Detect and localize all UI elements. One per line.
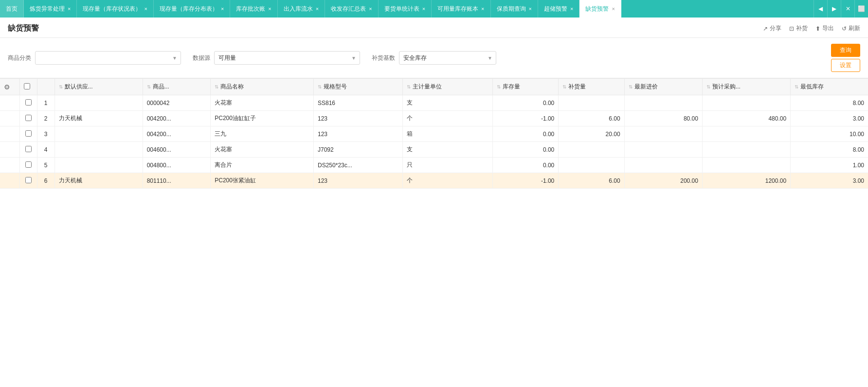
row-latest-price-2: [624, 126, 702, 142]
tab-expiry-query[interactable]: 保质期查询 ×: [491, 0, 538, 18]
row-checkbox-3[interactable]: [19, 142, 37, 158]
th-spec[interactable]: ⇅规格型号: [314, 79, 403, 95]
row-supplier-1: 力天机械: [54, 111, 143, 126]
tab-prev-btn[interactable]: ◀: [814, 0, 827, 18]
row-check-1[interactable]: [25, 115, 32, 121]
gear-icon[interactable]: ⚙: [4, 83, 10, 91]
tab-demand-stat[interactable]: 要货单统计表 ×: [379, 0, 432, 18]
tab-overstock-warn-label: 超储预警: [544, 5, 567, 13]
th-unit[interactable]: ⇅主计量单位: [402, 79, 492, 95]
export-btn[interactable]: ⬆ 导出: [815, 24, 834, 33]
tab-overstock-warn[interactable]: 超储预警 ×: [538, 0, 579, 18]
th-default-supplier[interactable]: ⇅默认供应...: [54, 79, 143, 95]
setting-button[interactable]: 设置: [831, 59, 860, 72]
row-check-2[interactable]: [25, 130, 32, 137]
tab-bar: 首页 炼货异常处理 × 现存量（库存状况表） × 现存量（库存分布表） × 库存…: [0, 0, 868, 18]
tab-batch-close[interactable]: ×: [268, 6, 271, 12]
sort-min-stock-icon: ⇅: [795, 84, 798, 89]
tab-expiry-query-close[interactable]: ×: [529, 6, 532, 12]
row-spec-5: 123: [314, 173, 403, 189]
tab-demand-stat-close[interactable]: ×: [422, 6, 425, 12]
header-actions: ↗ 分享 ⊡ 补货 ⬆ 导出 ↺ 刷新: [763, 24, 860, 33]
refresh-icon: ↺: [842, 25, 847, 32]
row-check-3[interactable]: [25, 146, 32, 152]
tab-stock-status[interactable]: 现存量（库存状况表） ×: [77, 0, 153, 18]
row-gear-1: [0, 111, 19, 126]
th-checkbox[interactable]: [19, 79, 37, 95]
row-check-5[interactable]: [25, 177, 32, 183]
query-button[interactable]: 查询: [831, 44, 860, 57]
filter-bar: 商品分类 ▼ 数据源 可用量 ▼ 补货基数 安全库存: [0, 38, 868, 78]
tab-recv-summary[interactable]: 收发存汇总表 ×: [325, 0, 378, 18]
tab-home-label: 首页: [6, 5, 18, 13]
tab-inout-flow-close[interactable]: ×: [316, 6, 319, 12]
tab-recv-summary-label: 收发存汇总表: [331, 5, 366, 13]
select-all-checkbox[interactable]: [24, 83, 30, 89]
tab-available-ledger[interactable]: 可用量库存账本 ×: [432, 0, 490, 18]
th-min-stock[interactable]: ⇅最低库存: [791, 79, 868, 95]
row-stock-1: -1.00: [492, 111, 558, 126]
row-est-purchase-2: [702, 126, 790, 142]
row-stock-0: 0.00: [492, 95, 558, 111]
row-replenish-qty-5: 6.00: [559, 173, 624, 189]
th-product-code[interactable]: ⇅商品...: [143, 79, 211, 95]
tab-nav-btns: ◀ ▶ ✕ ⬜: [814, 0, 868, 18]
sort-latest-price-icon: ⇅: [629, 84, 633, 89]
tab-inout-flow[interactable]: 出入库流水 ×: [278, 0, 325, 18]
row-min-stock-3: 8.00: [791, 142, 868, 158]
row-min-stock-4: 1.00: [791, 158, 868, 173]
th-est-purchase[interactable]: ⇅预计采购...: [702, 79, 790, 95]
th-latest-price[interactable]: ⇅最新进价: [624, 79, 702, 95]
row-latest-price-1: 80.00: [624, 111, 702, 126]
page-header: 缺货预警 ↗ 分享 ⊡ 补货 ⬆ 导出 ↺ 刷新: [0, 18, 868, 38]
row-name-0: 火花塞: [211, 95, 314, 111]
datasource-label: 数据源: [193, 54, 210, 62]
th-gear[interactable]: ⚙: [0, 79, 19, 95]
row-checkbox-1[interactable]: [19, 111, 37, 126]
row-spec-1: 123: [314, 111, 403, 126]
refresh-btn[interactable]: ↺ 刷新: [842, 24, 860, 33]
th-product-name[interactable]: ⇅商品名称: [211, 79, 314, 95]
row-checkbox-5[interactable]: [19, 173, 37, 189]
main-content: 缺货预警 ↗ 分享 ⊡ 补货 ⬆ 导出 ↺ 刷新 商品分类: [0, 18, 868, 387]
sort-stock-icon: ⇅: [497, 84, 501, 89]
row-check-0[interactable]: [25, 99, 32, 106]
th-replenish-qty[interactable]: ⇅补货量: [559, 79, 624, 95]
filter-group-category: 商品分类 ▼: [8, 51, 181, 65]
row-checkbox-0[interactable]: [19, 95, 37, 111]
row-min-stock-0: 8.00: [791, 95, 868, 111]
datasource-select[interactable]: 可用量: [214, 51, 360, 65]
row-check-4[interactable]: [25, 161, 32, 168]
tab-close-all-btn[interactable]: ✕: [841, 0, 854, 18]
sort-default-supplier-icon: ⇅: [59, 84, 63, 89]
row-checkbox-4[interactable]: [19, 158, 37, 173]
tab-stock-status-close[interactable]: ×: [144, 6, 147, 12]
tab-stock-dist-close[interactable]: ×: [221, 6, 224, 12]
share-btn[interactable]: ↗ 分享: [763, 24, 781, 33]
row-index-4: 5: [37, 158, 54, 173]
tab-shortage-warn-close[interactable]: ×: [612, 6, 615, 12]
tab-recv-summary-close[interactable]: ×: [369, 6, 372, 12]
tab-available-ledger-close[interactable]: ×: [481, 6, 484, 12]
tab-exception[interactable]: 炼货异常处理 ×: [24, 0, 77, 18]
sort-unit-icon: ⇅: [407, 84, 411, 89]
replenish-btn[interactable]: ⊡ 补货: [789, 24, 808, 33]
row-checkbox-2[interactable]: [19, 126, 37, 142]
row-stock-3: 0.00: [492, 142, 558, 158]
tab-stock-dist[interactable]: 现存量（库存分布表） ×: [154, 0, 230, 18]
refresh-label: 刷新: [849, 24, 860, 33]
tab-exception-close[interactable]: ×: [68, 6, 71, 12]
th-stock[interactable]: ⇅库存量: [492, 79, 558, 95]
row-index-2: 3: [37, 126, 54, 142]
replenish-basis-select[interactable]: 安全库存: [399, 51, 496, 65]
tab-next-btn[interactable]: ▶: [827, 0, 841, 18]
category-select[interactable]: [35, 51, 181, 65]
tab-batch[interactable]: 库存批次账 ×: [230, 0, 277, 18]
tab-home[interactable]: 首页: [0, 0, 24, 18]
sort-product-code-icon: ⇅: [147, 84, 151, 89]
tab-maximize-btn[interactable]: ⬜: [854, 0, 868, 18]
table-body: 1 0000042 火花塞 SS816 支 0.00 8.00 2 力天机械 0…: [0, 95, 868, 189]
row-latest-price-3: [624, 142, 702, 158]
tab-shortage-warn[interactable]: 缺货预警 ×: [579, 0, 621, 18]
tab-overstock-warn-close[interactable]: ×: [570, 6, 573, 12]
